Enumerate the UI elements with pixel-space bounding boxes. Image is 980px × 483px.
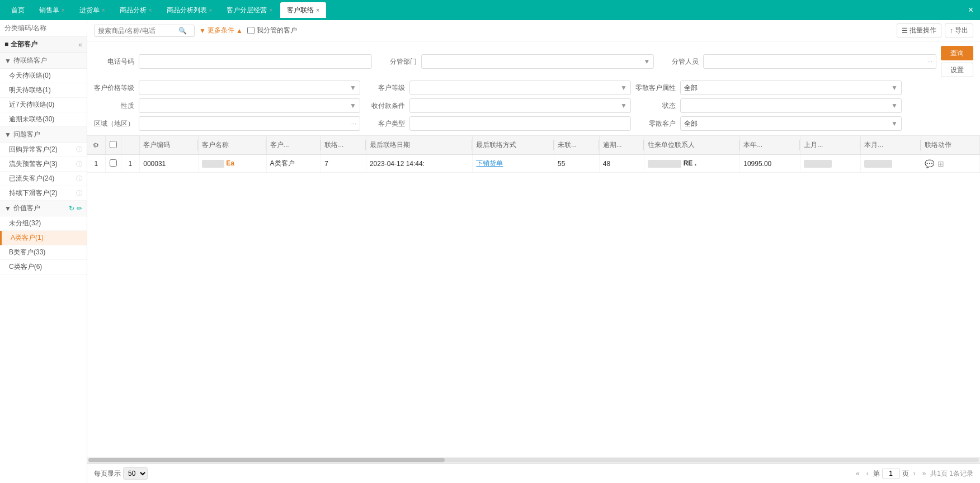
last-page-btn[interactable]: » bbox=[920, 468, 929, 479]
batch-op-icon: ☰ bbox=[902, 27, 908, 35]
filter-payment-select[interactable]: ▼ bbox=[409, 98, 631, 113]
filter-search-icon[interactable]: 🔍 bbox=[178, 27, 187, 35]
sidebar-item-churned[interactable]: 已流失客户(24) ⓘ bbox=[0, 172, 87, 186]
sidebar-item-churn-warn[interactable]: 流失预警客户(3) ⓘ bbox=[0, 157, 87, 172]
qr-icon[interactable]: ⊞ bbox=[937, 159, 944, 168]
filter-scatter-customer-select[interactable]: 全部 ▼ bbox=[680, 116, 902, 131]
window-close-button[interactable]: × bbox=[966, 3, 976, 17]
sidebar-collapse-btn[interactable]: « bbox=[78, 41, 82, 49]
tab-analysis[interactable]: 商品分析 × bbox=[113, 2, 159, 18]
query-button[interactable]: 查询 bbox=[941, 46, 973, 60]
th-overdue[interactable]: 逾期... bbox=[599, 136, 644, 155]
prev-page-btn[interactable]: ‹ bbox=[864, 468, 871, 479]
sidebar-item-class-c[interactable]: C类客户(6) bbox=[0, 260, 87, 274]
sidebar-item-tomorrow[interactable]: 明天待联络(1) bbox=[0, 83, 87, 98]
th-unit-contact[interactable]: 往来单位联系人 bbox=[644, 136, 740, 155]
filter-nature-select[interactable]: ▼ bbox=[139, 98, 360, 113]
th-code[interactable]: 客户编码 bbox=[140, 136, 199, 155]
filter-phone-input[interactable] bbox=[139, 54, 372, 69]
tab-sales[interactable]: 销售单 × bbox=[32, 2, 72, 18]
sidebar-group-pending[interactable]: ▼ 待联络客户 bbox=[0, 53, 87, 69]
tab-purchase[interactable]: 进货单 × bbox=[73, 2, 112, 18]
next-page-btn[interactable]: › bbox=[911, 468, 918, 479]
row-checkbox[interactable] bbox=[110, 159, 117, 167]
filter-dept-select[interactable]: ▼ bbox=[421, 54, 654, 69]
filter-nature-arrow: ▼ bbox=[350, 102, 356, 110]
horizontal-scrollbar[interactable] bbox=[87, 457, 980, 463]
td-checkbox[interactable] bbox=[105, 155, 121, 173]
tab-purchase-close[interactable]: × bbox=[102, 7, 105, 13]
th-type[interactable]: 客户... bbox=[266, 136, 321, 155]
filter-my-customers-checkbox[interactable] bbox=[247, 27, 255, 34]
tab-customer-segment[interactable]: 客户分层经营 × bbox=[220, 2, 279, 18]
td-unit-contact-redacted bbox=[648, 160, 681, 168]
tab-customer-contact-close[interactable]: × bbox=[316, 7, 319, 13]
td-last-method[interactable]: 下销货单 bbox=[473, 155, 554, 173]
sidebar-group-value-edit[interactable]: ✏ bbox=[77, 205, 82, 212]
sidebar-item-unsorted[interactable]: 未分组(32) bbox=[0, 216, 87, 231]
th-not-contact[interactable]: 未联... bbox=[554, 136, 600, 155]
filter-row-3: 性质 ▼ 收付款条件 ▼ 状态 bbox=[94, 98, 973, 113]
th-name[interactable]: 客户名称 bbox=[198, 136, 266, 155]
sidebar-item-declining[interactable]: 持续下滑客户(2) ⓘ bbox=[0, 186, 87, 201]
sidebar-item-class-b[interactable]: B类客户(33) bbox=[0, 245, 87, 260]
tab-analysis-list-close[interactable]: × bbox=[209, 7, 213, 13]
filter-region-more[interactable]: ··· bbox=[351, 120, 356, 127]
sidebar-item-today[interactable]: 今天待联络(0) bbox=[0, 69, 87, 83]
sidebar-all-customers[interactable]: ■ 全部客户 bbox=[4, 40, 37, 49]
sidebar-item-churned-label: 已流失客户(24) bbox=[9, 174, 54, 183]
filter-more-conditions[interactable]: ▼ 更多条件 ▲ bbox=[199, 26, 243, 35]
tab-analysis-close[interactable]: × bbox=[149, 7, 152, 13]
tab-home[interactable]: 首页 bbox=[4, 2, 31, 18]
td-row-num: 1 bbox=[121, 155, 140, 173]
scrollbar-thumb[interactable] bbox=[88, 458, 445, 462]
td-last-method-link[interactable]: 下销货单 bbox=[476, 159, 503, 167]
batch-op-button[interactable]: ☰ 批量操作 bbox=[897, 23, 941, 37]
first-page-btn[interactable]: « bbox=[854, 468, 862, 479]
th-contact[interactable]: 联络... bbox=[321, 136, 366, 155]
td-this-year: 10995.00 bbox=[740, 155, 800, 173]
sidebar-item-abnormal[interactable]: 回购异常客户(2) ⓘ bbox=[0, 143, 87, 157]
scrollbar-track[interactable] bbox=[88, 458, 979, 462]
filter-scatter-attr-select[interactable]: 全部 ▼ bbox=[680, 80, 902, 95]
main-layout: 🔍 ■ 全部客户 « ▼ 待联络客户 今天待联络(0) 明天待联络(1) 近7天… bbox=[0, 20, 980, 483]
th-last-month[interactable]: 上月... bbox=[800, 136, 861, 155]
filter-manager-more[interactable]: ··· bbox=[927, 58, 932, 65]
sidebar-group-value[interactable]: ▼ 价值客户 ↻ ✏ bbox=[0, 201, 87, 216]
th-last-method[interactable]: 最后联络方式 bbox=[473, 136, 554, 155]
filter-search-input[interactable] bbox=[98, 27, 176, 35]
td-contact-count: 7 bbox=[321, 155, 366, 173]
th-settings[interactable]: ⚙ bbox=[87, 136, 105, 155]
filter-manager-select[interactable]: ··· bbox=[703, 54, 936, 69]
sidebar-group-problem[interactable]: ▼ 问题客户 bbox=[0, 127, 87, 143]
filter-region-select[interactable]: ··· bbox=[139, 116, 360, 131]
chat-icon[interactable]: 💬 bbox=[925, 159, 934, 168]
td-name: Ea bbox=[198, 155, 266, 173]
sidebar-item-overdue[interactable]: 逾期未联络(30) bbox=[0, 112, 87, 127]
th-this-month[interactable]: 本月... bbox=[861, 136, 921, 155]
page-size-select[interactable]: 50 bbox=[123, 467, 148, 480]
th-this-year-label: 本年... bbox=[743, 141, 762, 149]
page-input[interactable] bbox=[882, 468, 900, 479]
sidebar-item-class-a[interactable]: A类客户(1) bbox=[0, 231, 87, 245]
export-button[interactable]: ↑ 导出 bbox=[945, 23, 973, 37]
select-all-checkbox[interactable] bbox=[110, 141, 117, 148]
filter-status-select[interactable]: ▼ bbox=[680, 98, 902, 113]
filter-row-4: 区域（地区） ··· 客户类型 零散客户 全部 ▼ bbox=[94, 116, 973, 131]
th-checkbox[interactable] bbox=[105, 136, 121, 155]
tab-customer-contact[interactable]: 客户联络 × bbox=[280, 2, 326, 18]
filter-customer-type-input[interactable] bbox=[409, 116, 631, 131]
sidebar-item-7days[interactable]: 近7天待联络(0) bbox=[0, 98, 87, 112]
tab-sales-close[interactable]: × bbox=[62, 7, 65, 13]
settings-button[interactable]: 设置 bbox=[941, 63, 973, 77]
sidebar-search-input[interactable] bbox=[4, 24, 88, 32]
sidebar-group-value-refresh[interactable]: ↻ bbox=[69, 205, 74, 212]
filter-customer-level-select[interactable]: ▼ bbox=[409, 80, 631, 95]
filter-my-customers[interactable]: 我分管的客户 bbox=[247, 26, 297, 35]
th-last-date[interactable]: 最后联络日期 bbox=[366, 136, 472, 155]
filter-scatter-attr-arrow: ▼ bbox=[891, 84, 898, 92]
th-this-year[interactable]: 本年... bbox=[740, 136, 800, 155]
filter-price-level-select[interactable]: ▼ bbox=[139, 80, 360, 95]
tab-analysis-list[interactable]: 商品分析列表 × bbox=[160, 2, 219, 18]
tab-customer-segment-close[interactable]: × bbox=[269, 7, 272, 13]
